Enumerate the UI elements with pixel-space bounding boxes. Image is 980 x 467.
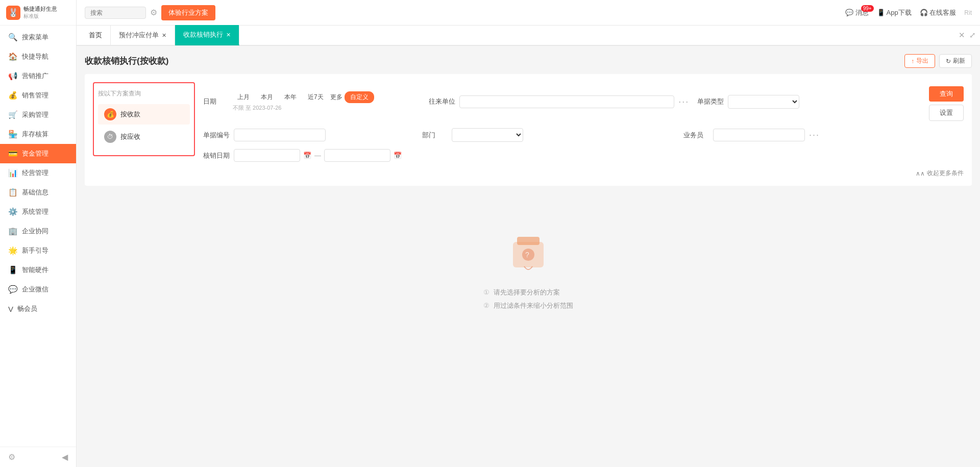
industry-solution-button[interactable]: 体验行业方案 [161, 5, 215, 20]
last-month-btn[interactable]: 上月 [233, 91, 254, 103]
staff-label: 业务员 [683, 131, 709, 140]
tab-receipt-offset[interactable]: 收款核销执行 ✕ [175, 25, 239, 45]
sidebar-item-basic-info[interactable]: 📋 基础信息 [0, 183, 76, 202]
tab-prepay-close-icon[interactable]: ✕ [162, 32, 166, 39]
sidebar-item-operations[interactable]: 📊 经营管理 [0, 163, 76, 183]
export-button[interactable]: ↑ 导出 [904, 54, 935, 68]
sidebar-icon-corp-wx: 💬 [8, 285, 18, 294]
counterpart-filter: 往来单位 ··· [429, 95, 690, 108]
counterpart-more-icon[interactable]: ··· [678, 96, 689, 107]
date-separator: — [314, 152, 321, 159]
app-download-link[interactable]: 📱 App下载 [877, 8, 912, 17]
sidebar-icon-quick-nav: 🏠 [8, 52, 18, 61]
writeoff-start-date[interactable]: 2023-03-01 [234, 149, 300, 162]
logo-icon: 🐰 [6, 6, 20, 20]
sidebar-label-operations: 经营管理 [22, 168, 48, 178]
department-select[interactable] [452, 128, 523, 142]
sidebar-icon-finance: 💳 [8, 149, 18, 158]
empty-hints: ① 请先选择要分析的方案 ② 用过滤条件来缩小分析范围 [483, 286, 573, 312]
doc-number-input[interactable] [234, 129, 326, 141]
tab-home-label: 首页 [89, 31, 102, 40]
logo-text: 畅捷通好生意 标准版 [23, 5, 57, 19]
settings-button[interactable]: 设置 [929, 105, 964, 121]
sidebar-label-sys-mgmt: 系统管理 [22, 207, 48, 216]
user-name[interactable]: Rit [964, 9, 972, 16]
writeoff-date-filter: 核销日期 2023-03-01 📅 — 2023-07-21 📅 [203, 149, 964, 162]
refresh-icon: ↻ [946, 58, 951, 65]
sidebar-label-vip: 畅会员 [17, 304, 37, 313]
tab-receipt-close-icon[interactable]: ✕ [226, 32, 231, 38]
logo-subtitle: 标准版 [23, 13, 57, 20]
staff-input[interactable] [713, 129, 805, 141]
sidebar-item-corp-collab[interactable]: 🏢 企业协同 [0, 222, 76, 241]
filter-wrapper: 按以下方案查询 💰 按收款 ⏱ 按应收 日期 [85, 74, 972, 186]
counterpart-input[interactable] [459, 95, 675, 108]
sidebar-item-quick-nav[interactable]: 🏠 快捷导航 [0, 47, 76, 66]
empty-illustration: ? [503, 227, 554, 278]
sidebar-item-inventory[interactable]: 🏪 库存核算 [0, 125, 76, 144]
search-input[interactable] [85, 7, 146, 19]
date-btn-group: 上月 本月 本年 近7天 更多 自定义 [233, 91, 374, 103]
sidebar: 🐰 畅捷通好生意 标准版 🔍 搜索菜单🏠 快捷导航📢 营销推广💰 销售管理🛒 采… [0, 0, 77, 467]
sidebar-label-search-menu: 搜索菜单 [22, 33, 48, 42]
doc-type-select[interactable] [728, 95, 799, 109]
tab-receipt-label: 收款核销执行 [183, 30, 223, 39]
main-area: ⚙ 体验行业方案 💬 消息 99+ 📱 App下载 🎧 在线客服 Rit 首页 [77, 0, 980, 467]
custom-btn[interactable]: 自定义 [345, 91, 374, 103]
this-month-btn[interactable]: 本月 [256, 91, 278, 103]
collapse-sidebar-icon[interactable]: ◀ [62, 452, 68, 462]
date-limit: 不限 至 2023-07-26 [233, 104, 374, 112]
tab-prepay-offset[interactable]: 预付冲应付单 ✕ [111, 25, 175, 45]
tab-home[interactable]: 首页 [81, 25, 111, 45]
sidebar-label-basic-info: 基础信息 [22, 188, 48, 197]
more-btn[interactable]: 更多 [330, 93, 342, 102]
hint-1: ① 请先选择要分析的方案 [483, 286, 573, 299]
sidebar-label-quick-nav: 快捷导航 [22, 52, 48, 61]
svg-text:?: ? [525, 251, 529, 259]
close-all-icon[interactable]: ✕ [959, 31, 965, 40]
staff-more-icon[interactable]: ··· [809, 130, 820, 140]
export-icon: ↑ [911, 58, 914, 65]
message-area[interactable]: 💬 消息 99+ [845, 8, 869, 17]
collapse-conditions[interactable]: ∧∧ 收起更多条件 [203, 169, 964, 178]
sidebar-item-search-menu[interactable]: 🔍 搜索菜单 [0, 28, 76, 47]
tabbar-right: ✕ ⤢ [959, 31, 976, 40]
sidebar-item-sys-mgmt[interactable]: ⚙️ 系统管理 [0, 202, 76, 222]
maximize-icon[interactable]: ⤢ [969, 31, 976, 40]
sidebar-item-finance[interactable]: 💳 资金管理 [0, 144, 76, 163]
writeoff-end-date[interactable]: 2023-07-21 [324, 149, 390, 162]
sidebar-label-smart-hw: 智能硬件 [22, 265, 48, 275]
sidebar-item-smart-hw[interactable]: 📱 智能硬件 [0, 260, 76, 280]
online-service-link[interactable]: 🎧 在线客服 [920, 8, 957, 17]
by-receipt-label: 按收款 [120, 110, 140, 119]
sidebar-item-corp-wx[interactable]: 💬 企业微信 [0, 280, 76, 299]
search-button[interactable]: 查询 [929, 86, 964, 102]
hint-2: ② 用过滤条件来缩小分析范围 [483, 299, 573, 312]
filter-by-receivable[interactable]: ⏱ 按应收 [98, 127, 190, 147]
date-buttons: 上月 本月 本年 近7天 更多 自定义 不限 至 2023-07-26 [233, 91, 374, 112]
filter-by-receipt[interactable]: 💰 按收款 [98, 104, 190, 125]
sidebar-item-marketing[interactable]: 📢 营销推广 [0, 66, 76, 86]
sidebar-item-purchase[interactable]: 🛒 采购管理 [0, 105, 76, 125]
this-year-btn[interactable]: 本年 [280, 91, 301, 103]
start-cal-icon[interactable]: 📅 [303, 152, 311, 159]
sidebar-icon-inventory: 🏪 [8, 130, 18, 139]
date-label: 日期 [203, 97, 229, 106]
filter-row-3: 核销日期 2023-03-01 📅 — 2023-07-21 📅 [203, 149, 964, 162]
sidebar-item-new-guide[interactable]: 🌟 新手引导 [0, 241, 76, 260]
settings-bottom-icon[interactable]: ⚙ [8, 452, 15, 462]
sidebar-icon-basic-info: 📋 [8, 188, 18, 197]
sidebar-icon-sys-mgmt: ⚙️ [8, 207, 18, 216]
sidebar-item-sales[interactable]: 💰 销售管理 [0, 86, 76, 105]
doc-type-label: 单据类型 [697, 97, 724, 106]
doc-number-filter: 单据编号 [203, 129, 414, 141]
gear-icon[interactable]: ⚙ [150, 8, 157, 17]
filter-actions: 查询 设置 [923, 82, 964, 121]
end-cal-icon[interactable]: 📅 [394, 152, 402, 159]
sidebar-item-vip[interactable]: V 畅会员 [0, 299, 76, 318]
last7-btn[interactable]: 近7天 [303, 91, 328, 103]
sidebar-label-purchase: 采购管理 [22, 110, 48, 119]
page-title: 收款核销执行(按收款) [85, 55, 168, 67]
doc-number-label: 单据编号 [203, 131, 230, 140]
refresh-button[interactable]: ↻ 刷新 [939, 54, 972, 68]
